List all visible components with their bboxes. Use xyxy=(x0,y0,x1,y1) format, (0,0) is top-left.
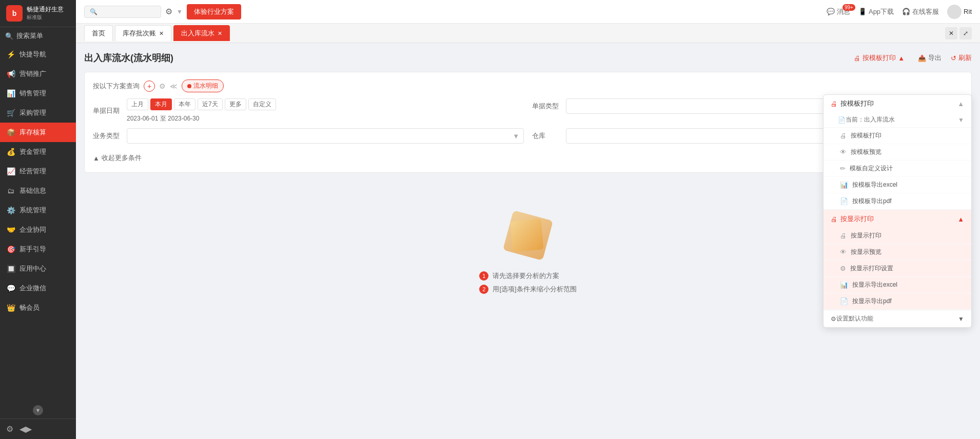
dropdown-item-template-pdf-label: 按模板导出pdf xyxy=(852,197,892,206)
dropdown-item-display-settings[interactable]: ⚙ 按显示打印设置 xyxy=(824,261,971,277)
preview-icon: 👁 xyxy=(840,148,847,156)
message-icon: 💬 xyxy=(827,8,835,15)
date-pill-custom[interactable]: 自定义 xyxy=(248,98,276,110)
dropdown-template-section: 🖨 按模板打印 ▲ 📄 当前：出入库流水 ▼ 🖨 按模板打印 👁 按模板预览 xyxy=(824,95,971,210)
sidebar-item-wecom[interactable]: 💬 企业微信 xyxy=(0,278,76,298)
sidebar-item-app-center[interactable]: 🔲 应用中心 xyxy=(0,259,76,278)
dropdown-current-label: 当前：出入库流水 xyxy=(846,115,895,124)
dropdown-item-display-preview-label: 按显示预览 xyxy=(851,248,881,256)
dropdown-item-display-print-label: 按显示打印 xyxy=(851,231,881,240)
sidebar-search-item[interactable]: 🔍 搜索菜单 xyxy=(0,27,76,45)
dropdown-item-template-excel[interactable]: 📊 按模板导出excel xyxy=(824,177,971,193)
user-avatar xyxy=(947,5,962,19)
sidebar-item-finance[interactable]: 💰 资金管理 xyxy=(0,142,76,162)
sidebar-item-label: 营销推广 xyxy=(19,69,46,78)
filter-tag-flow-detail[interactable]: 流水明细 xyxy=(182,79,224,92)
sidebar-item-label: 企业协同 xyxy=(19,225,46,234)
dropdown-item-template-design[interactable]: ✏ 模板自定义设计 xyxy=(824,161,971,177)
topbar-dropdown-arrow[interactable]: ▼ xyxy=(177,8,183,15)
topbar-gear-icon[interactable]: ⚙ xyxy=(165,7,172,16)
tab-batch-close-icon[interactable]: ✕ xyxy=(159,30,164,37)
dropdown-item-template-design-label: 模板自定义设计 xyxy=(850,164,893,173)
export-btn[interactable]: 📤 导出 xyxy=(914,51,946,65)
sidebar-item-sales[interactable]: 📊 销售管理 xyxy=(0,84,76,103)
dropdown-item-display-print[interactable]: 🖨 按显示打印 xyxy=(824,228,971,244)
tab-expand-btn[interactable]: ⤢ xyxy=(959,27,972,39)
dropdown-item-display-preview[interactable]: 👁 按显示预览 xyxy=(824,244,971,261)
sidebar-item-collab[interactable]: 🤝 企业协同 xyxy=(0,220,76,240)
sidebar-item-marketing[interactable]: 📢 营销推广 xyxy=(0,64,76,84)
collapse-btn[interactable]: ▲ 收起更多条件 xyxy=(93,153,142,163)
sidebar-scroll-down[interactable]: ▼ xyxy=(33,405,43,415)
toggle-sidebar-icon[interactable]: ◀▶ xyxy=(19,424,32,434)
chevron-up-icon: ▲ xyxy=(898,54,905,62)
filter-gear-icon[interactable]: ⚙ xyxy=(159,82,166,90)
date-pill-last-month[interactable]: 上月 xyxy=(127,98,148,110)
filter-collapse-icon[interactable]: ≪ xyxy=(170,82,178,90)
tab-batch-account[interactable]: 库存批次账 ✕ xyxy=(115,25,171,41)
refresh-btn[interactable]: ↺ 刷新 xyxy=(951,53,972,63)
tabbar: 首页 库存批次账 ✕ 出入库流水 ✕ ✕ ⤢ xyxy=(76,24,980,43)
filter-business-select[interactable]: ▼ xyxy=(127,128,524,144)
date-pill-more[interactable]: 更多 xyxy=(225,98,246,110)
message-btn[interactable]: 💬 消息 99+ xyxy=(827,7,850,16)
dropdown-item-display-excel-label: 按显示导出excel xyxy=(852,281,897,289)
dropdown-item-display-pdf[interactable]: 📄 按显示导出pdf xyxy=(824,293,971,310)
dropdown-display-header[interactable]: 🖨 按显示打印 ▲ xyxy=(824,210,971,228)
tab-home[interactable]: 首页 xyxy=(84,25,113,41)
dropdown-item-template-preview[interactable]: 👁 按模板预览 xyxy=(824,144,971,161)
sidebar-item-inventory[interactable]: 📦 库存核算 xyxy=(0,123,76,142)
sidebar-item-label: 企业微信 xyxy=(19,284,46,293)
display-pdf-icon: 📄 xyxy=(840,297,848,305)
date-pill-this-year[interactable]: 本年 xyxy=(174,98,195,110)
search-icon: 🔍 xyxy=(5,32,13,40)
default-func-label: 设置默认功能 xyxy=(836,314,873,323)
dropdown-display-arrow: ▲ xyxy=(957,215,964,223)
quick-nav-icon: ⚡ xyxy=(6,50,15,58)
sidebar-item-label: 畅会员 xyxy=(19,303,40,312)
template-print-btn[interactable]: 🖨 按模板打印 ▲ xyxy=(850,51,909,65)
date-pills: 上月 本月 本年 近7天 更多 自定义 xyxy=(127,98,276,110)
tab-close-btn[interactable]: ✕ xyxy=(945,27,957,39)
sidebar-item-quick-nav[interactable]: ⚡ 快捷导航 xyxy=(0,45,76,64)
app-name: 畅捷通好生意 xyxy=(27,6,64,14)
display-excel-icon: 📊 xyxy=(840,281,848,289)
sidebar-footer: ⚙ ◀▶ xyxy=(0,418,76,439)
dropdown-item-template-preview-label: 按模板预览 xyxy=(851,148,881,156)
online-service-btn[interactable]: 🎧 在线客服 xyxy=(902,7,939,16)
date-pill-7days[interactable]: 近7天 xyxy=(198,98,223,110)
topbar-left: 🔍 ⚙ ▼ 体验行业方案 xyxy=(84,4,821,19)
filter-add-btn[interactable]: + xyxy=(144,81,155,92)
dropdown-item-display-excel[interactable]: 📊 按显示导出excel xyxy=(824,277,971,293)
sidebar-item-purchase[interactable]: 🛒 采购管理 xyxy=(0,103,76,123)
main-content: 🔍 ⚙ ▼ 体验行业方案 💬 消息 99+ 📱 App下载 🎧 在线客服 xyxy=(76,0,980,439)
sidebar-item-member[interactable]: 👑 畅会员 xyxy=(0,298,76,317)
marketing-icon: 📢 xyxy=(6,70,15,78)
tab-flow-close-icon[interactable]: ✕ xyxy=(218,30,222,37)
app-center-icon: 🔲 xyxy=(6,265,15,273)
sidebar-item-label: 销售管理 xyxy=(19,89,46,98)
settings-footer-icon[interactable]: ⚙ xyxy=(6,424,13,434)
dropdown-item-template-pdf[interactable]: 📄 按模板导出pdf xyxy=(824,193,971,210)
sidebar-item-guide[interactable]: 🎯 新手引导 xyxy=(0,240,76,259)
sidebar-item-label: 资金管理 xyxy=(19,147,46,156)
sidebar-item-base[interactable]: 🗂 基础信息 xyxy=(0,181,76,201)
dropdown-current-template[interactable]: 📄 当前：出入库流水 ▼ xyxy=(824,112,971,128)
industry-btn[interactable]: 体验行业方案 xyxy=(187,4,241,19)
default-func-icon: ⚙ xyxy=(831,315,836,323)
filter-item-business: 业务类型 ▼ xyxy=(93,128,524,144)
sidebar-item-system[interactable]: ⚙️ 系统管理 xyxy=(0,201,76,220)
dropdown-footer[interactable]: ⚙ 设置默认功能 ▼ xyxy=(824,310,971,327)
dropdown-item-template-print[interactable]: 🖨 按模板打印 xyxy=(824,128,971,144)
date-pill-this-month[interactable]: 本月 xyxy=(150,98,172,110)
dropdown-display-label: 按显示打印 xyxy=(840,214,874,224)
app-download-btn[interactable]: 📱 App下载 xyxy=(858,7,894,16)
tab-flow[interactable]: 出入库流水 ✕ xyxy=(173,25,230,41)
step-num-1: 1 xyxy=(479,271,488,281)
empty-step-2: 2 用[选项]条件来缩小分析范围 xyxy=(479,283,576,296)
dropdown-template-header[interactable]: 🖨 按模板打印 ▲ xyxy=(824,95,971,112)
user-menu[interactable]: Rit xyxy=(947,5,972,19)
sidebar-item-operation[interactable]: 📈 经营管理 xyxy=(0,162,76,181)
topbar-search-box[interactable]: 🔍 xyxy=(84,6,161,18)
dropdown-item-display-settings-label: 按显示打印设置 xyxy=(850,264,893,273)
